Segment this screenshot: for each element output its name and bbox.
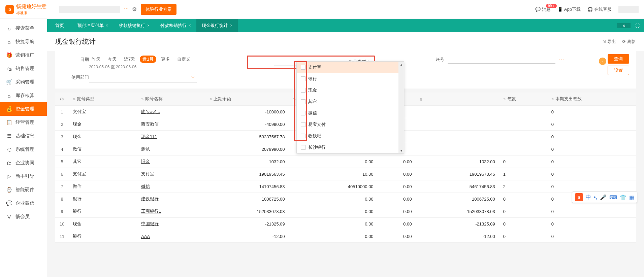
export-button[interactable]: ⇲导出 <box>602 39 616 45</box>
account-name-link[interactable]: 微信 <box>141 184 150 189</box>
ime-punct-icon[interactable]: •, <box>594 194 597 200</box>
department-select[interactable]: ﹀ <box>89 73 197 82</box>
fullscreen-icon[interactable]: ⛶ <box>631 23 644 28</box>
avatar[interactable] <box>618 6 639 13</box>
account-name-link[interactable]: 测试 <box>141 146 150 151</box>
sidebar-item[interactable]: ⌕搜索菜单 <box>0 22 47 35</box>
sort-icon[interactable]: ⇅ <box>503 97 506 101</box>
account-name-link[interactable]: 中国银行 <box>141 221 159 226</box>
sort-icon[interactable]: ⇅ <box>420 98 422 101</box>
more-dots-icon[interactable]: ⋯ <box>559 57 565 63</box>
sort-icon[interactable]: ⇅ <box>293 97 296 101</box>
sidebar-item[interactable]: ▷新手引导 <box>0 170 47 183</box>
checkbox[interactable] <box>301 76 305 81</box>
table-header[interactable]: ⇅上期余额 <box>205 93 289 106</box>
dropdown-option[interactable]: 现金 <box>297 84 404 96</box>
checkbox[interactable] <box>301 122 305 127</box>
table-header[interactable]: ⇅笔数 <box>499 93 547 106</box>
messages-link[interactable]: 💬 消息 99 + <box>535 6 551 12</box>
sidebar-item[interactable]: ☰基础信息 <box>0 129 47 143</box>
dropdown-option[interactable]: 收钱吧 <box>297 130 404 142</box>
account-name-link[interactable]: 支付宝 <box>141 171 154 176</box>
date-chip[interactable]: 更多 <box>158 56 172 63</box>
account-name-link[interactable]: 工商银行1 <box>141 209 161 214</box>
ime-skin-icon[interactable]: 👕 <box>620 194 626 201</box>
sort-icon[interactable]: ⇅ <box>141 97 144 101</box>
sidebar-item[interactable]: 🎁营销推广 <box>0 48 47 62</box>
tab[interactable]: 付款核销执行× <box>155 19 196 32</box>
tab-close-icon[interactable]: × <box>106 23 108 28</box>
table-header[interactable]: ⇅账号类型 <box>69 93 137 106</box>
sidebar-item[interactable]: ◌系统管理 <box>0 143 47 156</box>
account-name-link[interactable]: 建设银行 <box>141 196 159 201</box>
dropdown-option[interactable]: 银行 <box>297 73 404 84</box>
checkbox[interactable] <box>301 134 305 138</box>
tab-close-icon[interactable]: × <box>189 23 191 28</box>
sidebar-item[interactable]: 💬企业微信 <box>0 197 47 210</box>
sidebar-item[interactable]: ⌂快捷导航 <box>0 35 47 48</box>
account-name-link[interactable]: AAA <box>141 234 150 239</box>
ime-lang-label[interactable]: 中 <box>586 194 591 201</box>
tab-close-button[interactable]: ✕ <box>617 23 631 28</box>
gear-icon[interactable]: ⚙ <box>132 6 137 12</box>
sort-icon[interactable]: ⇅ <box>73 97 75 101</box>
query-button[interactable]: 查询 <box>608 54 629 64</box>
cta-button[interactable]: 体验行业方案 <box>141 4 176 15</box>
sort-icon[interactable]: ⇅ <box>551 97 554 101</box>
sidebar-item[interactable]: 📋经营管理 <box>0 116 47 129</box>
dropdown-scrollbar[interactable]: ▴ ▾ <box>398 62 404 153</box>
sidebar-item[interactable]: ⌂库存核算 <box>0 89 47 102</box>
sidebar-item[interactable]: ⌚智能硬件 <box>0 183 47 197</box>
tab-close-icon[interactable]: × <box>147 23 150 28</box>
sidebar-item[interactable]: 🛒采购管理 <box>0 75 47 89</box>
account-no-input[interactable] <box>448 56 555 64</box>
account-name-link[interactable]: 西安微信 <box>141 122 159 127</box>
tab[interactable]: 现金银行统计× <box>196 19 238 32</box>
refresh-button[interactable]: ⟳刷新 <box>622 39 636 45</box>
sidebar-item[interactable]: 🗂企业协同 <box>0 156 47 170</box>
customer-service-link[interactable]: 🎧 在线客服 <box>587 6 612 12</box>
sidebar-item-icon: 🛒 <box>6 79 12 85</box>
ime-keyboard-icon[interactable]: ⌨ <box>609 194 617 201</box>
date-chip[interactable]: 今天 <box>105 56 119 63</box>
account-name-link[interactable]: 现金111 <box>141 134 157 139</box>
dropdown-option[interactable]: 易宝支付 <box>297 119 404 130</box>
scroll-up-icon[interactable]: ▴ <box>398 62 404 67</box>
checkbox[interactable] <box>301 65 305 70</box>
dropdown-option[interactable]: 支付宝 <box>297 62 404 73</box>
account-name-link[interactable]: 陡(○○○)... <box>141 109 160 114</box>
sort-icon[interactable]: ⇅ <box>210 97 212 101</box>
account-name-link[interactable]: 旧金 <box>141 159 150 164</box>
sidebar-item[interactable]: 🛍销售管理 <box>0 62 47 75</box>
checkbox[interactable] <box>301 145 305 150</box>
table-settings-header[interactable]: ⚙ <box>55 93 69 106</box>
tab-close-icon[interactable]: × <box>230 23 232 28</box>
checkbox[interactable] <box>301 88 305 93</box>
dropdown-option[interactable]: 长沙银行 <box>297 142 404 153</box>
table-header[interactable]: ⇅账号名称 <box>137 93 205 106</box>
tab[interactable]: 首页 <box>47 19 72 32</box>
table-header[interactable]: ⇅本期支出笔数 <box>547 93 636 106</box>
ime-logo-icon[interactable]: S <box>575 193 583 201</box>
row-index: 10 <box>55 218 69 230</box>
chevron-down-icon[interactable]: ﹀ <box>124 6 128 12</box>
tab[interactable]: 收款核销执行× <box>114 19 155 32</box>
date-chip[interactable]: 近1月 <box>140 56 156 63</box>
settings-button[interactable]: 设置 <box>608 66 629 75</box>
date-chip[interactable]: 昨天 <box>89 56 103 63</box>
scroll-down-icon[interactable]: ▾ <box>398 148 404 153</box>
sidebar-item[interactable]: V畅会员 <box>0 210 47 223</box>
collapse-filter-button[interactable]: ︿ <box>599 58 606 65</box>
dropdown-option[interactable]: 其它 <box>297 96 404 107</box>
checkbox[interactable] <box>301 111 305 115</box>
ime-grid-icon[interactable]: ▦ <box>629 194 634 201</box>
ime-mic-icon[interactable]: 🎤 <box>600 194 607 201</box>
dropdown-option[interactable]: 微信 <box>297 107 404 119</box>
app-download-link[interactable]: 📱 App下载 <box>557 6 581 12</box>
tab[interactable]: 预付冲应付单× <box>72 19 114 32</box>
checkbox[interactable] <box>301 99 305 104</box>
date-chip[interactable]: 自定义 <box>174 56 193 63</box>
sidebar-item[interactable]: 💰资金管理 <box>0 102 47 116</box>
table-header[interactable]: ⇅ <box>416 93 499 106</box>
date-chip[interactable]: 近7天 <box>121 56 138 63</box>
